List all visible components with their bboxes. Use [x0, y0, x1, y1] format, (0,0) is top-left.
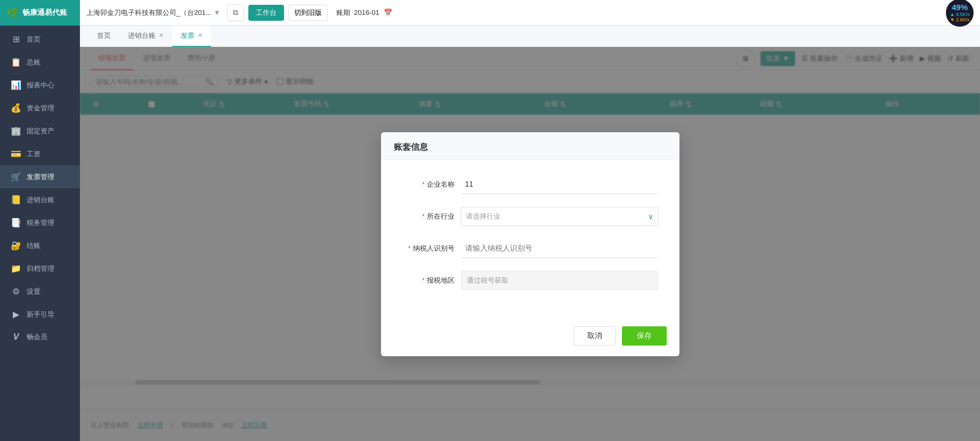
copy-icon-btn[interactable]: ⧉ [227, 4, 244, 21]
app-logo: 🌿 畅康通易代账 [0, 0, 80, 26]
industry-chevron-icon: ∨ [648, 212, 653, 221]
required-star-2: * [422, 212, 425, 220]
sidebar-nav: ⊞ 首页 📋 总账 📊 报表中心 💰 资金管理 🏢 固定资产 💳 工资 [0, 26, 80, 441]
tab-home-label: 首页 [97, 31, 111, 41]
sidebar-item-label: 新手引导 [27, 310, 54, 319]
cancel-button[interactable]: 取消 [574, 326, 615, 346]
speed-indicator: 49% ▲ 8.5K/s ▼ 2.6K/s [946, 0, 974, 27]
industry-row: * 所在行业 请选择行业 ∨ [402, 207, 658, 226]
home-icon: ⊞ [11, 34, 21, 44]
account-info-modal: 账套信息 * 企业名称 [381, 132, 679, 356]
sidebar-item-label: 设置 [27, 287, 41, 296]
tab-purchase-sales-close[interactable]: ✕ [159, 32, 164, 39]
sidebar-item-label: 畅会员 [27, 332, 47, 342]
sidebar-item-purchase-sales[interactable]: 📒 进销台账 [0, 188, 80, 211]
tax-region-row: * 报税地区 通过税号获取 [402, 271, 658, 290]
industry-select[interactable]: 请选择行业 ∨ [461, 207, 658, 226]
logo-icon: 🌿 [6, 7, 18, 19]
speed-upload: ▲ 8.5K/s [950, 12, 970, 17]
sidebar-item-label: 发票管理 [27, 172, 54, 182]
sidebar-item-label: 固定资产 [27, 126, 54, 136]
modal-overlay: 账套信息 * 企业名称 [80, 47, 980, 441]
modal-footer: 取消 保存 [381, 318, 679, 356]
sidebar-item-label: 归档管理 [27, 264, 54, 274]
reports-icon: 📊 [11, 80, 21, 90]
sidebar-item-label: 报表中心 [27, 81, 54, 90]
sidebar-item-guide[interactable]: ▶ 新手引导 [0, 303, 80, 326]
ledger-icon: 📋 [11, 57, 21, 67]
purchase-sales-icon: 📒 [11, 195, 21, 205]
workbench-button[interactable]: 工作台 [248, 5, 284, 21]
copy-icon: ⧉ [233, 8, 238, 17]
sidebar-item-invoice[interactable]: 🛒 发票管理 [0, 165, 80, 188]
archive-icon: 📁 [11, 263, 21, 274]
tab-invoice-close[interactable]: ✕ [198, 32, 203, 39]
sidebar-item-label: 工资 [27, 149, 41, 159]
tax-region-display: 通过税号获取 [461, 271, 658, 290]
company-selector[interactable]: 上海卯金刀电子科技有限公司_（台201... ▼ [86, 8, 221, 18]
tax-icon: 📑 [11, 218, 21, 228]
tab-invoice-label: 发票 [181, 31, 195, 41]
settlement-icon: 🔐 [11, 240, 21, 251]
sidebar-item-settlement[interactable]: 🔐 结账 [0, 234, 80, 257]
period-label: 账期 2016-01 📅 [336, 8, 392, 18]
industry-placeholder: 请选择行业 [466, 212, 648, 221]
salary-icon: 💳 [11, 149, 21, 159]
required-star: * [422, 180, 425, 188]
sidebar-item-tax[interactable]: 📑 税务管理 [0, 211, 80, 234]
sidebar-item-fixed-assets[interactable]: 🏢 固定资产 [0, 119, 80, 142]
taxpayer-id-input[interactable] [461, 239, 658, 258]
sidebar-item-member[interactable]: V 畅会员 [0, 326, 80, 348]
fixed-assets-icon: 🏢 [11, 126, 21, 136]
sidebar-item-settings[interactable]: ⚙ 设置 [0, 280, 80, 303]
sidebar-item-label: 进销台账 [27, 195, 54, 205]
company-name-label: * 企业名称 [402, 180, 461, 189]
topbar-icons: ⧉ [227, 4, 244, 21]
sidebar-item-label: 结账 [27, 241, 41, 251]
tab-invoice[interactable]: 发票 ✕ [172, 26, 211, 47]
industry-label: * 所在行业 [402, 212, 461, 221]
sidebar-item-label: 总账 [27, 58, 41, 67]
sidebar-item-ledger[interactable]: 📋 总账 [0, 51, 80, 74]
invoice-icon: 🛒 [11, 172, 21, 182]
logo-text: 畅康通易代账 [22, 8, 67, 18]
modal-title: 账套信息 [394, 142, 428, 151]
required-star-3: * [408, 244, 411, 252]
sidebar-item-label: 税务管理 [27, 218, 54, 228]
speed-download: ▼ 2.6K/s [950, 17, 970, 22]
required-star-4: * [422, 276, 425, 284]
main-area: 上海卯金刀电子科技有限公司_（台201... ▼ ⧉ 工作台 切到旧版 账期 2… [80, 0, 980, 441]
topbar-right: 49% ▲ 8.5K/s ▼ 2.6K/s [946, 0, 974, 27]
sidebar-item-funds[interactable]: 💰 资金管理 [0, 97, 80, 119]
sidebar-item-reports[interactable]: 📊 报表中心 [0, 74, 80, 97]
tab-home[interactable]: 首页 [88, 26, 119, 47]
taxpayer-id-label: * 纳税人识别号 [402, 244, 461, 253]
funds-icon: 💰 [11, 103, 21, 113]
calendar-icon[interactable]: 📅 [384, 9, 392, 17]
tabs-bar: 首页 进销台账 ✕ 发票 ✕ [80, 26, 980, 47]
sidebar-item-home[interactable]: ⊞ 首页 [0, 28, 80, 51]
company-dropdown-arrow: ▼ [214, 9, 221, 17]
sidebar-item-label: 资金管理 [27, 103, 54, 113]
modal-header: 账套信息 [381, 132, 679, 160]
tax-region-label: * 报税地区 [402, 276, 461, 285]
tab-purchase-sales-label: 进销台账 [128, 31, 156, 41]
modal-body: * 企业名称 * 所在行业 请选择行业 [381, 160, 679, 318]
taxpayer-id-row: * 纳税人识别号 [402, 239, 658, 258]
gear-icon: ⚙ [11, 286, 21, 296]
company-name: 上海卯金刀电子科技有限公司_（台201... [86, 8, 212, 18]
speed-percent: 49% [952, 3, 968, 12]
sidebar-item-salary[interactable]: 💳 工资 [0, 142, 80, 165]
sidebar-item-label: 首页 [27, 35, 41, 44]
sidebar-item-archive[interactable]: 📁 归档管理 [0, 257, 80, 280]
member-icon: V [11, 332, 21, 342]
company-name-input[interactable] [461, 175, 658, 194]
company-name-row: * 企业名称 [402, 175, 658, 194]
old-version-button[interactable]: 切到旧版 [288, 5, 328, 21]
guide-icon: ▶ [11, 309, 21, 319]
tab-purchase-sales[interactable]: 进销台账 ✕ [119, 26, 172, 47]
topbar: 上海卯金刀电子科技有限公司_（台201... ▼ ⧉ 工作台 切到旧版 账期 2… [80, 0, 980, 26]
sidebar: 🌿 畅康通易代账 ⊞ 首页 📋 总账 📊 报表中心 💰 资金管理 🏢 固 [0, 0, 80, 441]
save-button[interactable]: 保存 [622, 326, 667, 346]
content-wrapper: 销项发票 进项发票 费用小票 ⊞ 取票 ▼ [80, 47, 980, 441]
